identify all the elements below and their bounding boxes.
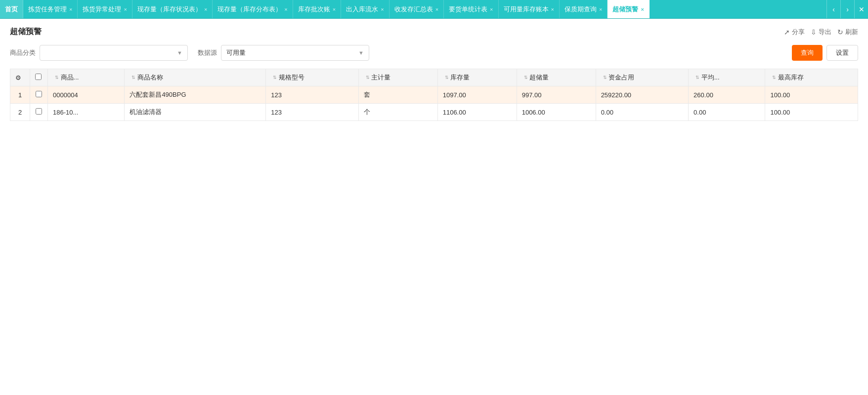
- nav-tab-9[interactable]: 保质期查询×: [560, 0, 608, 18]
- sort-arrows-name: ⇅: [131, 76, 135, 80]
- th-stock[interactable]: ⇅ 库存量: [437, 69, 517, 86]
- row-avg: 260.00: [689, 86, 765, 104]
- row-product-name: 六配套新昌490BPG: [125, 86, 266, 104]
- nav-tab-close[interactable]: ×: [284, 6, 287, 12]
- row-overstock: 997.00: [517, 86, 596, 104]
- row-checkbox[interactable]: [36, 108, 42, 115]
- sort-arrows-spec: ⇅: [273, 76, 277, 80]
- nav-tab-label: 拣货任务管理: [28, 5, 67, 14]
- nav-tab-1[interactable]: 拣货异常处理×: [78, 0, 132, 18]
- share-icon: ➚: [784, 28, 790, 36]
- row-index: 2: [10, 104, 30, 121]
- nav-tab-close[interactable]: ×: [204, 6, 207, 12]
- nav-home[interactable]: 首页: [0, 0, 23, 18]
- page-content: 超储预警 ➚ 分享 ⇩ 导出 ↻ 刷新 商品分类 ▼ 数据源: [0, 19, 868, 395]
- nav-tab-5[interactable]: 出入库流水×: [341, 0, 389, 18]
- datasource-select[interactable]: 可用量 ▼: [221, 45, 369, 61]
- nav-tab-3[interactable]: 现存量（库存分布表）×: [213, 0, 293, 18]
- th-product-name[interactable]: ⇅ 商品名称: [125, 69, 266, 86]
- query-button[interactable]: 查询: [792, 45, 823, 61]
- th-capital[interactable]: ⇅ 资金占用: [596, 69, 688, 86]
- table-row: 1 0000004 六配套新昌490BPG 123 套 1097.00 997.…: [10, 86, 858, 104]
- category-select[interactable]: ▼: [40, 45, 188, 61]
- th-product-code[interactable]: ⇅ 商品...: [48, 69, 125, 86]
- th-avg[interactable]: ⇅ 平均...: [689, 69, 765, 86]
- nav-tab-10[interactable]: 超储预警×: [608, 0, 649, 18]
- th-settings[interactable]: ⚙: [10, 69, 30, 86]
- nav-tab-label: 可用量库存账本: [504, 5, 549, 14]
- nav-tab-label: 收发存汇总表: [394, 5, 433, 14]
- share-button[interactable]: ➚ 分享: [784, 28, 805, 37]
- table-header-row: ⚙ ⇅ 商品... ⇅ 商品名称 ⇅ 规格型号 ⇅: [10, 69, 858, 86]
- export-button[interactable]: ⇩ 导出: [811, 28, 831, 37]
- nav-tab-0[interactable]: 拣货任务管理×: [23, 0, 78, 18]
- nav-tab-close[interactable]: ×: [551, 6, 554, 12]
- row-spec: 123: [266, 86, 358, 104]
- nav-tab-close[interactable]: ×: [641, 6, 644, 12]
- page-header: 超储预警 ➚ 分享 ⇩ 导出 ↻ 刷新: [10, 27, 858, 37]
- nav-tab-label: 拣货异常处理: [83, 5, 121, 14]
- row-checkbox-cell: [30, 86, 48, 104]
- datasource-filter: 数据源 可用量 ▼: [198, 45, 369, 61]
- row-stock: 1106.00: [437, 104, 517, 121]
- nav-next-arrow[interactable]: ›: [840, 0, 854, 18]
- row-product-name: 机油滤清器: [125, 104, 266, 121]
- nav-tab-close[interactable]: ×: [69, 6, 72, 12]
- settings-gear-icon[interactable]: ⚙: [15, 74, 21, 81]
- nav-tab-close[interactable]: ×: [490, 6, 493, 12]
- nav-tab-label: 保质期查询: [564, 5, 597, 14]
- nav-tab-label: 现存量（库存分布表）: [217, 5, 282, 14]
- nav-tab-8[interactable]: 可用量库存账本×: [499, 0, 560, 18]
- nav-bar: 首页 拣货任务管理×拣货异常处理×现存量（库存状况表）×现存量（库存分布表）×库…: [0, 0, 868, 19]
- datasource-select-arrow: ▼: [358, 50, 364, 56]
- row-product-code: 186-10...: [48, 104, 125, 121]
- header-actions: ➚ 分享 ⇩ 导出 ↻ 刷新: [784, 28, 858, 37]
- row-unit: 套: [358, 86, 437, 104]
- filter-buttons: 查询 设置: [792, 45, 858, 61]
- nav-close-arrow[interactable]: ✕: [854, 0, 868, 18]
- nav-tab-7[interactable]: 要货单统计表×: [444, 0, 498, 18]
- row-overstock: 1006.00: [517, 104, 596, 121]
- nav-tab-2[interactable]: 现存量（库存状况表）×: [132, 0, 213, 18]
- nav-tab-6[interactable]: 收发存汇总表×: [390, 0, 444, 18]
- settings-button[interactable]: 设置: [826, 45, 858, 61]
- nav-tab-close[interactable]: ×: [124, 6, 127, 12]
- page-title: 超储预警: [10, 27, 42, 37]
- category-filter: 商品分类 ▼: [10, 45, 188, 61]
- row-product-code: 0000004: [48, 86, 125, 104]
- row-stock: 1097.00: [437, 86, 517, 104]
- row-checkbox[interactable]: [36, 91, 42, 97]
- nav-tab-close[interactable]: ×: [333, 6, 336, 12]
- nav-tab-label: 出入库流水: [346, 5, 378, 14]
- th-max-stock[interactable]: ⇅ 最高库存: [765, 69, 858, 86]
- nav-tab-label: 要货单统计表: [449, 5, 487, 14]
- th-overstock[interactable]: ⇅ 超储量: [517, 69, 596, 86]
- nav-tab-label: 库存批次账: [298, 5, 330, 14]
- sort-arrows-avg: ⇅: [695, 76, 699, 80]
- select-all-checkbox[interactable]: [35, 74, 42, 80]
- sort-arrows-unit: ⇅: [366, 76, 370, 80]
- refresh-icon: ↻: [837, 28, 843, 36]
- data-table: ⚙ ⇅ 商品... ⇅ 商品名称 ⇅ 规格型号 ⇅: [10, 69, 858, 121]
- sort-arrows-max: ⇅: [772, 76, 776, 80]
- table-row: 2 186-10... 机油滤清器 123 个 1106.00 1006.00 …: [10, 104, 858, 121]
- th-unit[interactable]: ⇅ 主计量: [358, 69, 437, 86]
- datasource-label: 数据源: [198, 48, 217, 57]
- refresh-button[interactable]: ↻ 刷新: [837, 28, 858, 37]
- category-select-arrow: ▼: [177, 50, 182, 56]
- nav-tab-4[interactable]: 库存批次账×: [293, 0, 341, 18]
- nav-tab-label: 超储预警: [612, 5, 638, 14]
- nav-arrows: ‹ › ✕: [826, 0, 868, 18]
- nav-tab-close[interactable]: ×: [599, 6, 602, 12]
- th-checkbox: [30, 69, 48, 86]
- row-max-stock: 100.00: [765, 86, 858, 104]
- th-spec[interactable]: ⇅ 规格型号: [266, 69, 358, 86]
- nav-tab-close[interactable]: ×: [381, 6, 384, 12]
- nav-prev-arrow[interactable]: ‹: [826, 0, 840, 18]
- nav-tab-close[interactable]: ×: [435, 6, 438, 12]
- datasource-value: 可用量: [226, 48, 246, 57]
- sort-arrows-capital: ⇅: [603, 76, 607, 80]
- sort-arrows-code: ⇅: [55, 76, 59, 80]
- filter-row: 商品分类 ▼ 数据源 可用量 ▼ 查询 设置: [10, 45, 858, 61]
- row-capital: 0.00: [596, 104, 688, 121]
